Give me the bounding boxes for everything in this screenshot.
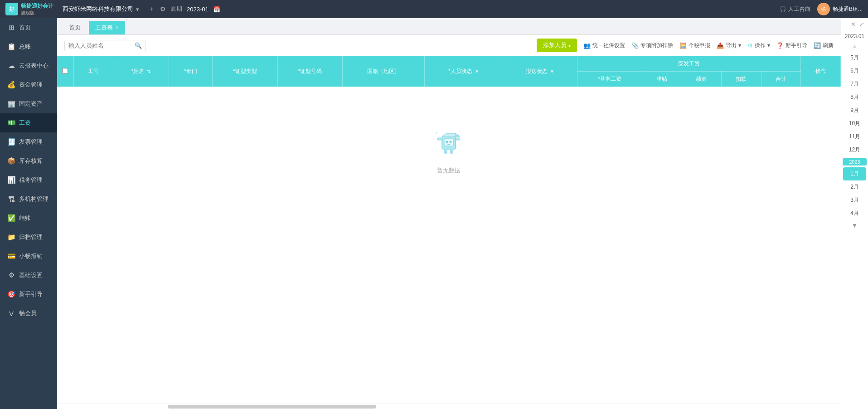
top-bar: 好 畅捷通好会计 旗舰版 西安虾米网络科技有限公司 ▾ ＋ ⚙ 账期 2023-… <box>0 0 868 18</box>
add-person-label: 添加人员 <box>543 41 567 49</box>
user-avatar: 畅 <box>817 3 830 15</box>
guide-button[interactable]: ❓ 新手引导 <box>776 42 807 49</box>
tab-home-label: 首页 <box>69 24 81 32</box>
refresh-icon: 🔄 <box>814 42 821 49</box>
search-box[interactable]: 🔍 <box>64 40 146 51</box>
horizontal-scrollbar[interactable] <box>57 404 841 409</box>
sidebar-item-inventory[interactable]: 📦 库存核算 <box>0 151 57 170</box>
operations-icon: ⚙ <box>747 42 753 49</box>
month-2022-09[interactable]: 9月 <box>841 104 868 117</box>
sidebar-item-tax[interactable]: 📊 税务管理 <box>0 170 57 190</box>
export-label: 导出 <box>726 42 737 49</box>
sidebar-item-archive[interactable]: 📁 归档管理 <box>0 228 57 247</box>
current-date-display: 2023.01 <box>845 30 864 40</box>
month-2022-07[interactable]: 7月 <box>841 78 868 91</box>
col-nationality: 国籍（地区） <box>342 56 424 87</box>
tab-salary-table[interactable]: 工资表 × <box>89 21 125 34</box>
special-deduct-button[interactable]: 📎 专项附加扣除 <box>631 42 673 49</box>
col-cert-number: *证型号码 <box>277 56 342 87</box>
sidebar-item-invoice[interactable]: 🧾 发票管理 <box>0 132 57 151</box>
status-filter-icon[interactable]: ▼ <box>475 69 479 74</box>
app-logo: 好 畅捷通好会计 旗舰版 <box>5 2 53 16</box>
report-filter-icon[interactable]: ▼ <box>550 69 554 74</box>
panel-expand-icon[interactable]: ⤢ <box>859 21 864 28</box>
operations-arrow-icon: ▾ <box>767 42 770 49</box>
multi-icon: 🏗 <box>7 195 15 203</box>
name-sort-icon[interactable]: ⇅ <box>147 69 150 74</box>
sidebar-item-salary[interactable]: 💵 工资 <box>0 113 57 132</box>
empty-text: 暂无数据 <box>437 166 461 175</box>
guide-icon: 🎯 <box>7 290 15 298</box>
period-label: 账期 <box>170 5 182 13</box>
sidebar-item-expense[interactable]: 💳 小畅报销 <box>0 247 57 266</box>
col-cert-type: *证型类型 <box>213 56 277 87</box>
svg-text:✦: ✦ <box>457 133 459 136</box>
add-person-button[interactable]: 添加人员 ▾ <box>537 39 577 52</box>
sidebar-item-multi[interactable]: 🏗 多机构管理 <box>0 190 57 209</box>
sidebar-item-label: 云报表中心 <box>19 62 48 70</box>
operations-label: 操作 <box>755 42 766 49</box>
month-2023-01[interactable]: 1月 <box>843 167 866 180</box>
search-icon: 🔍 <box>135 42 142 49</box>
user-area[interactable]: 畅 畅捷通B组... <box>817 3 863 15</box>
assets-icon: 🏢 <box>7 100 15 108</box>
svg-rect-6 <box>437 138 442 140</box>
month-2022-10[interactable]: 10月 <box>841 117 868 130</box>
period-calendar-icon[interactable]: 📅 <box>213 6 220 13</box>
svg-rect-5 <box>450 149 453 154</box>
month-2022-11[interactable]: 11月 <box>841 130 868 143</box>
sidebar-item-settle[interactable]: ✅ 结账 <box>0 209 57 228</box>
select-all-checkbox[interactable] <box>62 68 68 74</box>
cloud-icon: ☁ <box>7 62 15 70</box>
sidebar-item-home[interactable]: ⊞ 首页 <box>0 18 57 37</box>
sidebar-item-guide[interactable]: 🎯 新手引导 <box>0 285 57 304</box>
sidebar-item-label: 畅会员 <box>19 309 37 317</box>
support-label: 人工咨询 <box>788 5 810 13</box>
month-2023-03[interactable]: 3月 <box>841 194 868 207</box>
personal-tax-button[interactable]: 🧮 个税申报 <box>679 42 710 49</box>
operations-button[interactable]: ⚙ 操作 ▾ <box>747 42 770 49</box>
support-button[interactable]: 🎧 人工咨询 <box>780 5 810 13</box>
settings-icon[interactable]: ⚙ <box>160 5 166 13</box>
company-dropdown-icon[interactable]: ▾ <box>136 6 139 13</box>
next-nav-arrow[interactable]: ▼ <box>850 220 860 231</box>
sidebar-item-ledger[interactable]: 📋 总账 <box>0 37 57 56</box>
month-2023-02[interactable]: 2月 <box>841 180 868 194</box>
col-report-status[interactable]: 报送状态 ▼ <box>503 56 577 87</box>
sidebar-item-label: 税务管理 <box>19 176 43 184</box>
company-selector[interactable]: 西安虾米网络科技有限公司 ▾ <box>63 5 139 13</box>
social-settings-button[interactable]: 👥 统一社保设置 <box>583 42 625 49</box>
search-input[interactable] <box>68 42 132 49</box>
col-allowance: 津贴 <box>642 72 682 87</box>
tax-icon: 📊 <box>7 176 15 184</box>
funds-icon: 💰 <box>7 81 15 89</box>
sidebar-item-assets[interactable]: 🏢 固定资产 <box>0 94 57 113</box>
month-2022-08[interactable]: 8月 <box>841 91 868 104</box>
tab-home[interactable]: 首页 <box>63 21 87 34</box>
salary-icon: 💵 <box>7 119 15 127</box>
tab-close-icon[interactable]: × <box>116 24 119 31</box>
table-header-row1: 工号 *姓名 ⇅ *部门 *证型类型 *证型号码 国籍（地区） *人员状态 ▼ <box>57 56 841 72</box>
panel-close-icon[interactable]: ✕ <box>851 21 856 28</box>
scroll-thumb[interactable] <box>168 405 376 409</box>
month-2023-04[interactable]: 4月 <box>841 207 868 220</box>
sidebar-item-funds[interactable]: 💰 资金管理 <box>0 75 57 94</box>
sidebar-item-member[interactable]: V 畅会员 <box>0 304 57 323</box>
month-2022-12[interactable]: 12月 <box>841 143 868 156</box>
checkbox-header[interactable] <box>57 56 73 87</box>
prev-nav-arrow[interactable]: ▲ <box>850 40 860 51</box>
col-name[interactable]: *姓名 ⇅ <box>113 56 169 87</box>
month-2022-06[interactable]: 6月 <box>841 64 868 78</box>
sidebar-item-cloud[interactable]: ☁ 云报表中心 <box>0 56 57 75</box>
toolbar: 🔍 添加人员 ▾ 👥 统一社保设置 📎 专项附加扣除 🧮 个税申报 <box>57 35 841 56</box>
refresh-button[interactable]: 🔄 刷新 <box>814 42 834 49</box>
headset-icon: 🎧 <box>780 6 786 12</box>
add-icon[interactable]: ＋ <box>148 5 155 13</box>
social-icon: 👥 <box>583 42 591 49</box>
col-status[interactable]: *人员状态 ▼ <box>424 56 503 87</box>
settle-icon: ✅ <box>7 214 15 222</box>
month-2022-05[interactable]: 5月 <box>841 51 868 64</box>
export-button[interactable]: 📤 导出 ▾ <box>717 42 741 49</box>
year-2023-marker[interactable]: 2023 <box>843 158 867 166</box>
sidebar-item-settings[interactable]: ⚙ 基础设置 <box>0 266 57 285</box>
